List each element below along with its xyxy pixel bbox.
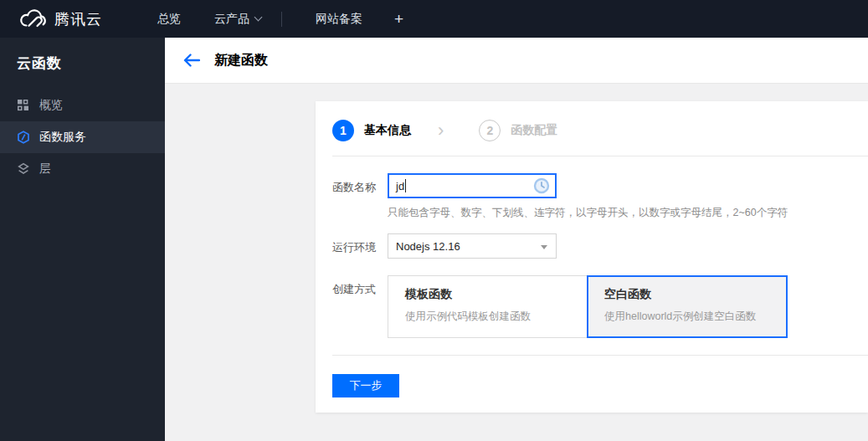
step-label: 函数配置 (511, 123, 557, 138)
clock-icon[interactable] (533, 177, 550, 197)
option-description: 使用helloworld示例创建空白函数 (604, 310, 786, 324)
page-header: 新建函数 (165, 38, 868, 84)
form-row-runtime: 运行环境 Nodejs 12.16 (332, 233, 868, 259)
function-name-hint: 只能包含字母、数字、下划线、连字符，以字母开头，以数字或字母结尾，2~60个字符 (388, 206, 788, 220)
wizard-step-function-config: 2 函数配置 (479, 120, 557, 141)
option-title: 模板函数 (405, 287, 587, 302)
cloud-logo-icon (18, 8, 47, 29)
step-separator-chevron-icon: › (438, 121, 444, 140)
wizard-step-basic-info: 1 基本信息 (332, 120, 411, 141)
sidebar: 云函数 概览 函数服务 (0, 38, 165, 441)
sidebar-item-label: 层 (39, 162, 51, 177)
function-name-input[interactable]: jd (388, 173, 557, 198)
sidebar-item-label: 函数服务 (39, 130, 86, 145)
wizard-steps: 1 基本信息 › 2 函数配置 (332, 120, 868, 141)
brand-name: 腾讯云 (54, 9, 102, 29)
nav-divider (281, 12, 282, 27)
nav-item-icp-filing[interactable]: 网站备案 (316, 12, 362, 27)
scf-hexagon-icon (17, 131, 30, 144)
nav-item-overview[interactable]: 总览 (157, 12, 181, 27)
basic-info-form: 函数名称 jd 只能包含字母、数字、下划线、连字符，以字母开头，以数字或字母结尾… (316, 156, 868, 338)
arrow-left-icon (183, 54, 200, 67)
top-nav-menu: 总览 云产品 网站备案 + (124, 10, 403, 28)
option-description: 使用示例代码模板创建函数 (405, 310, 587, 324)
footer-divider (332, 355, 868, 356)
caret-down-icon (541, 245, 547, 249)
nav-item-cloud-products[interactable]: 云产品 (214, 12, 261, 27)
sidebar-product-title: 云函数 (0, 38, 165, 73)
option-card-blank-function[interactable]: 空白函数 使用helloworld示例创建空白函数 (587, 275, 788, 338)
option-title: 空白函数 (604, 287, 786, 302)
creation-method-options: 模板函数 使用示例代码模板创建函数 空白函数 使用helloworld示例创建空… (388, 275, 788, 338)
tencent-cloud-logo[interactable]: 腾讯云 (18, 8, 102, 29)
function-name-label: 函数名称 (332, 173, 388, 220)
sidebar-item-function-service[interactable]: 函数服务 (0, 121, 165, 153)
runtime-selected-value: Nodejs 12.16 (396, 240, 460, 253)
sidebar-item-overview[interactable]: 概览 (0, 90, 165, 121)
step-label: 基本信息 (364, 123, 411, 138)
function-name-value: jd (396, 180, 404, 192)
text-caret (405, 179, 406, 192)
sidebar-menu: 概览 函数服务 层 (0, 90, 165, 185)
form-row-creation-method: 创建方式 模板函数 使用示例代码模板创建函数 空白函数 使用helloworld… (332, 275, 868, 338)
form-row-function-name: 函数名称 jd 只能包含字母、数字、下划线、连字符，以字母开头，以数字或字母结尾… (332, 173, 868, 220)
top-navbar: 腾讯云 总览 云产品 网站备案 + (0, 0, 868, 38)
sidebar-item-label: 概览 (39, 98, 63, 113)
option-card-template-function[interactable]: 模板函数 使用示例代码模板创建函数 (388, 275, 587, 338)
chevron-down-icon (254, 13, 263, 22)
runtime-select[interactable]: Nodejs 12.16 (388, 233, 557, 259)
sidebar-item-layers[interactable]: 层 (0, 153, 165, 185)
next-step-button[interactable]: 下一步 (332, 374, 399, 397)
creation-method-label: 创建方式 (332, 275, 388, 338)
step-number-badge: 1 (332, 120, 354, 141)
layers-icon (17, 162, 30, 176)
content-area: 1 基本信息 › 2 函数配置 函数名称 jd (165, 85, 868, 441)
page-title: 新建函数 (214, 52, 268, 69)
back-button[interactable] (183, 54, 200, 67)
create-function-card: 1 基本信息 › 2 函数配置 函数名称 jd (316, 101, 868, 413)
add-nav-tab-button[interactable]: + (394, 10, 403, 28)
step-number-badge: 2 (479, 120, 501, 141)
runtime-label: 运行环境 (332, 233, 388, 259)
grid-icon (17, 99, 30, 112)
